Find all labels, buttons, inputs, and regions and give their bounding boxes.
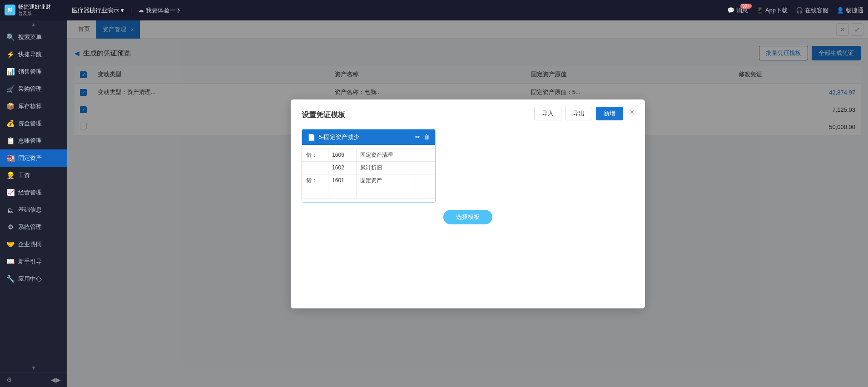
sidebar-item-ledger[interactable]: 📋 总账管理 bbox=[0, 132, 67, 149]
entry-account-1: 固定资产清理 bbox=[356, 149, 413, 161]
sidebar-label-apps: 应用中心 bbox=[18, 275, 42, 283]
sidebar-item-guide[interactable]: 📖 新手引导 bbox=[0, 253, 67, 270]
sidebar-item-quick-nav[interactable]: ⚡ 快捷导航 bbox=[0, 46, 67, 63]
entry-debit-3 bbox=[413, 174, 424, 187]
entry-credit-2 bbox=[424, 161, 435, 174]
topbar-center: 医疗器械行业演示 ▾ | ☁ 我要体验一下 bbox=[72, 6, 727, 15]
sidebar-nav: 🔍 搜索菜单 ⚡ 快捷导航 📊 销售管理 🛒 采购管理 📦 库存核算 💰 bbox=[0, 29, 67, 364]
entry-direction-1: 借： bbox=[302, 149, 328, 161]
template-entry-row: 1602 累计折旧 bbox=[302, 161, 435, 174]
entry-debit-1 bbox=[413, 149, 424, 161]
sidebar-label-ledger: 总账管理 bbox=[18, 137, 42, 145]
entry-account-3: 固定资产 bbox=[356, 174, 413, 187]
sidebar-label-search: 搜索菜单 bbox=[18, 33, 42, 41]
sidebar-label-fixed-assets: 固定资产 bbox=[18, 154, 42, 162]
main-content: 首页 资产管理 × ✕ ⤢ ◀ 生成的凭证预览 bbox=[67, 20, 868, 387]
user-btn[interactable]: 👤 畅捷通 bbox=[837, 6, 863, 15]
apps-icon: 🔧 bbox=[6, 275, 15, 283]
entry-debit-2 bbox=[413, 161, 424, 174]
import-btn[interactable]: 导入 bbox=[534, 107, 561, 120]
phone-icon: 📱 bbox=[756, 7, 764, 14]
logo-icon: 财 bbox=[5, 5, 15, 15]
template-header-actions: ✏ 🗑 bbox=[415, 134, 430, 140]
company-name: 医疗器械行业演示 bbox=[72, 6, 119, 15]
sidebar-bottom: ⚙ ◀▶ bbox=[0, 372, 67, 387]
dropdown-icon: ▾ bbox=[121, 7, 124, 14]
topbar: 财 畅捷通好业财 普及版 医疗器械行业演示 ▾ | ☁ 我要体验一下 💬 消息 … bbox=[0, 0, 868, 20]
quick-nav-icon: ⚡ bbox=[6, 50, 15, 59]
company-selector[interactable]: 医疗器械行业演示 ▾ bbox=[72, 6, 124, 15]
messages-btn[interactable]: 💬 消息 99+ bbox=[727, 6, 748, 15]
entry-code-1: 1606 bbox=[328, 149, 356, 161]
inventory-icon: 📦 bbox=[6, 102, 15, 110]
service-label: 在线客服 bbox=[805, 6, 828, 15]
new-btn[interactable]: 新增 bbox=[596, 107, 623, 120]
edit-icon[interactable]: ✏ bbox=[415, 134, 420, 140]
finance-icon: 💰 bbox=[6, 119, 15, 128]
sidebar-item-finance[interactable]: 💰 资金管理 bbox=[0, 115, 67, 132]
doc-icon: 📄 bbox=[308, 134, 315, 141]
sidebar-label-payroll: 工资 bbox=[18, 171, 30, 179]
scroll-down-btn[interactable]: ▼ bbox=[0, 364, 67, 372]
messages-badge: 99+ bbox=[740, 4, 752, 9]
sidebar-label-operations: 经营管理 bbox=[18, 189, 42, 197]
app-version: 普及版 bbox=[18, 10, 51, 17]
entry-credit-3 bbox=[424, 174, 435, 187]
sidebar-item-payroll[interactable]: 👷 工资 bbox=[0, 167, 67, 184]
guide-icon: 📖 bbox=[6, 258, 15, 266]
collapse-btn[interactable]: ◀▶ bbox=[51, 376, 61, 383]
export-btn[interactable]: 导出 bbox=[565, 107, 592, 120]
operations-icon: 📈 bbox=[6, 189, 15, 197]
message-icon: 💬 bbox=[727, 7, 734, 14]
dialog-overlay: 设置凭证模板 导入 导出 新增 × 📄 5-固定资产减少 ✏ bbox=[67, 20, 868, 387]
entry-code-3: 1601 bbox=[328, 174, 356, 187]
collaboration-icon: 🤝 bbox=[6, 240, 15, 248]
sidebar-item-fixed-assets[interactable]: 🏭 固定资产 bbox=[0, 149, 67, 167]
sidebar-item-purchase[interactable]: 🛒 采购管理 bbox=[0, 80, 67, 98]
scroll-up-btn[interactable]: ▲ bbox=[0, 20, 67, 29]
sidebar-item-basic-info[interactable]: 🗂 基础信息 bbox=[0, 201, 67, 218]
sidebar-label-sales: 销售管理 bbox=[18, 68, 42, 76]
settings-btn[interactable]: ⚙ bbox=[6, 376, 12, 383]
sidebar-item-search[interactable]: 🔍 搜索菜单 bbox=[0, 29, 67, 46]
sidebar-label-collaboration: 企业协同 bbox=[18, 240, 42, 248]
fixed-assets-icon: 🏭 bbox=[6, 154, 15, 162]
sidebar-item-system[interactable]: ⚙ 系统管理 bbox=[0, 218, 67, 236]
sidebar-label-inventory: 库存核算 bbox=[18, 102, 42, 110]
sidebar-label-purchase: 采购管理 bbox=[18, 85, 42, 93]
template-card: 📄 5-固定资产减少 ✏ 🗑 借： 1606 bbox=[302, 129, 436, 203]
entry-code-2: 1602 bbox=[328, 161, 356, 174]
select-template-btn[interactable]: 选择模板 bbox=[443, 210, 492, 224]
cloud-icon: ☁ bbox=[138, 7, 144, 14]
sidebar-label-system: 系统管理 bbox=[18, 223, 42, 231]
template-header-left: 📄 5-固定资产减少 bbox=[308, 133, 360, 141]
delete-icon[interactable]: 🗑 bbox=[424, 134, 430, 140]
purchase-icon: 🛒 bbox=[6, 85, 15, 93]
dialog-close-btn[interactable]: × bbox=[627, 107, 638, 118]
template-card-header: 📄 5-固定资产减少 ✏ 🗑 bbox=[302, 129, 435, 145]
entry-direction-3: 贷： bbox=[302, 174, 328, 187]
set-voucher-template-dialog: 设置凭证模板 导入 导出 新增 × 📄 5-固定资产减少 ✏ bbox=[291, 99, 645, 308]
system-icon: ⚙ bbox=[6, 223, 15, 231]
headset-icon: 🎧 bbox=[796, 7, 803, 14]
template-entries-table: 借： 1606 固定资产清理 1602 累计折旧 bbox=[302, 149, 435, 198]
experience-btn[interactable]: ☁ 我要体验一下 bbox=[138, 6, 181, 15]
sales-icon: 📊 bbox=[6, 68, 15, 76]
sidebar: ▲ 🔍 搜索菜单 ⚡ 快捷导航 📊 销售管理 🛒 采购管理 📦 库存核算 bbox=[0, 20, 67, 387]
basic-info-icon: 🗂 bbox=[6, 206, 15, 214]
template-empty-row bbox=[302, 187, 435, 198]
service-btn[interactable]: 🎧 在线客服 bbox=[796, 6, 828, 15]
sidebar-item-inventory[interactable]: 📦 库存核算 bbox=[0, 98, 67, 115]
user-icon: 👤 bbox=[837, 7, 844, 14]
sidebar-item-sales[interactable]: 📊 销售管理 bbox=[0, 63, 67, 80]
entry-direction-2 bbox=[302, 161, 328, 174]
template-entry-row: 贷： 1601 固定资产 bbox=[302, 174, 435, 187]
experience-label: 我要体验一下 bbox=[146, 6, 181, 15]
download-btn[interactable]: 📱 App下载 bbox=[756, 6, 788, 15]
sidebar-label-basic-info: 基础信息 bbox=[18, 206, 42, 214]
layout: ▲ 🔍 搜索菜单 ⚡ 快捷导航 📊 销售管理 🛒 采购管理 📦 库存核算 bbox=[0, 20, 868, 387]
sidebar-item-collaboration[interactable]: 🤝 企业协同 bbox=[0, 236, 67, 253]
sidebar-item-apps[interactable]: 🔧 应用中心 bbox=[0, 270, 67, 288]
sidebar-item-operations[interactable]: 📈 经营管理 bbox=[0, 184, 67, 201]
entry-account-2: 累计折旧 bbox=[356, 161, 413, 174]
